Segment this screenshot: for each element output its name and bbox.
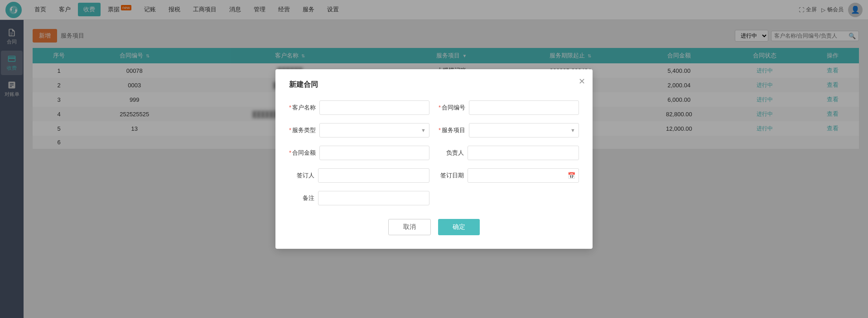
required-star-2: *: [439, 104, 441, 111]
modal-title: 新建合同: [289, 80, 579, 90]
form-group-signer: 签订人: [289, 168, 429, 183]
responsible-input[interactable]: [468, 146, 579, 160]
signer-label: 签订人: [289, 171, 314, 180]
required-star: *: [289, 104, 291, 111]
required-star-4: *: [439, 127, 441, 133]
form-group-service-type: *服务类型 ▼: [289, 123, 429, 138]
form-group-client: *客户名称: [289, 100, 429, 115]
form-row-5: 备注: [289, 191, 579, 205]
service-type-label: *服务类型: [289, 126, 316, 134]
service-type-wrapper: ▼: [319, 123, 429, 138]
client-name-input[interactable]: [319, 100, 429, 115]
sign-date-wrapper: 2023-06-06 📅: [468, 168, 579, 183]
amount-label: *合同金额: [289, 149, 316, 157]
sign-date-label: 签订日期: [439, 171, 464, 180]
form-row-4: 签订人 签订日期 2023-06-06 📅: [289, 168, 579, 183]
contract-no-input[interactable]: [469, 100, 579, 115]
confirm-button[interactable]: 确定: [438, 219, 480, 235]
service-item-wrapper: ▼: [469, 123, 579, 138]
contract-no-label: *合同编号: [439, 104, 465, 112]
amount-input[interactable]: 0.00: [319, 146, 429, 160]
client-name-label: *客户名称: [289, 104, 316, 112]
form-group-remark: 备注: [289, 191, 429, 205]
remark-label: 备注: [289, 194, 314, 202]
remark-input[interactable]: [318, 191, 429, 205]
responsible-label: 负责人: [439, 149, 464, 157]
modal-close-button[interactable]: ✕: [579, 76, 585, 86]
form-group-responsible: 负责人: [439, 146, 579, 160]
form-group-amount: *合同金额 0.00: [289, 146, 429, 160]
service-item-select[interactable]: [469, 123, 579, 138]
form-group-service-item: *服务项目 ▼: [439, 123, 579, 138]
cancel-button[interactable]: 取消: [388, 219, 431, 235]
service-item-label: *服务项目: [439, 126, 465, 134]
form-row-3: *合同金额 0.00 负责人: [289, 146, 579, 160]
modal-dialog: 新建合同 ✕ *客户名称 *合同编号 *服务类型: [275, 69, 593, 249]
remark-spacer: [439, 191, 579, 205]
form-group-contract-no: *合同编号: [439, 100, 579, 115]
modal-footer: 取消 确定: [289, 219, 579, 235]
required-star-3: *: [289, 127, 291, 133]
modal-overlay[interactable]: 新建合同 ✕ *客户名称 *合同编号 *服务类型: [0, 0, 868, 318]
required-star-5: *: [289, 149, 291, 156]
sign-date-input[interactable]: 2023-06-06: [468, 168, 579, 183]
service-type-select[interactable]: [319, 123, 429, 138]
signer-input[interactable]: [318, 168, 429, 183]
form-row-2: *服务类型 ▼ *服务项目 ▼: [289, 123, 579, 138]
form-group-sign-date: 签订日期 2023-06-06 📅: [439, 168, 579, 183]
form-row-1: *客户名称 *合同编号: [289, 100, 579, 115]
